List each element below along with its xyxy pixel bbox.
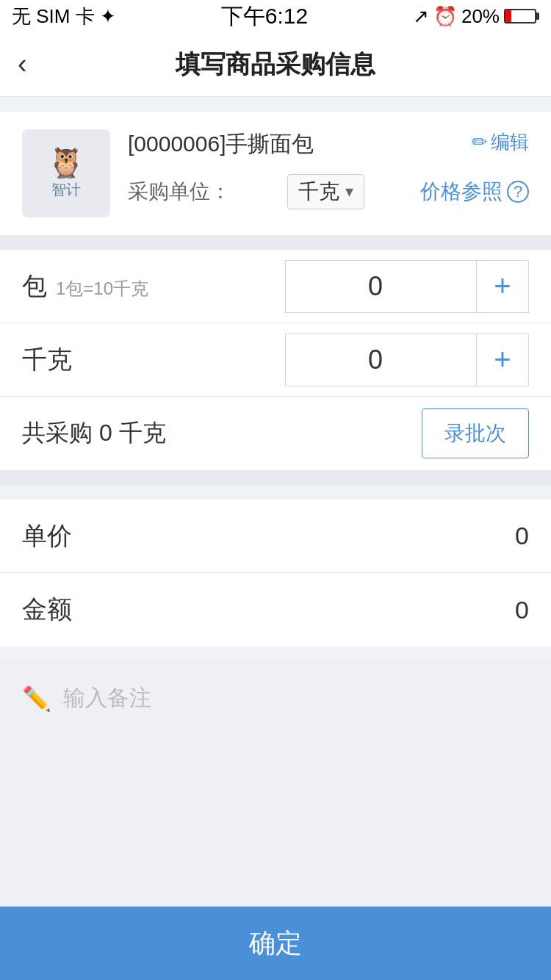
status-bar: 无 SIM 卡 ✦ 下午6:12 ↗ ⏰ 20% [0,0,551,32]
amount-label: 金额 [22,593,72,627]
bag-quantity-input[interactable] [285,260,476,313]
product-header: [0000006]手撕面包 ✏ 编辑 [128,129,529,159]
battery-icon [504,9,539,24]
product-logo-icon: 🦉 [48,148,84,177]
bag-input-controls: + [285,260,529,313]
total-text: 共采购 0 千克 [22,417,166,450]
unit-select[interactable]: 千克 ▾ [287,174,364,209]
status-right: ↗ ⏰ 20% [413,5,539,28]
product-card: 🦉 智计 [0000006]手撕面包 ✏ 编辑 采购单位： 千克 ▾ 价格参照 … [0,112,551,235]
input-section: 包 1包=10千克 + 千克 + 共采购 0 千克 录批次 [0,250,551,470]
location-icon: ↗ [413,5,429,28]
status-time: 下午6:12 [221,1,308,32]
amount-value: 0 [515,596,529,624]
bag-label-group: 包 1包=10千克 [22,270,148,303]
remark-section[interactable]: ✏️ 输入备注 [0,661,551,735]
chevron-down-icon: ▾ [345,182,353,201]
product-image: 🦉 智计 [22,129,110,217]
section-divider-1 [0,235,551,250]
pencil-icon: ✏️ [22,685,51,713]
bag-label: 包 [22,270,47,303]
amount-row: 金额 0 [0,573,551,646]
status-left: 无 SIM 卡 ✦ [12,4,116,29]
bag-input-row: 包 1包=10千克 + [0,250,551,323]
unit-row: 采购单位： 千克 ▾ 价格参照 ? [128,174,529,209]
kg-input-controls: + [285,334,529,386]
bag-plus-button[interactable]: + [476,260,529,313]
product-name: [0000006]手撕面包 [128,129,314,159]
nav-bar: ‹ 填写商品采购信息 [0,32,551,97]
product-image-text: 智计 [51,180,81,200]
kg-input-row: 千克 + [0,323,551,397]
unit-price-label: 单价 [22,519,72,553]
back-button[interactable]: ‹ [18,48,27,80]
unit-label: 采购单位： [128,178,231,206]
battery-percent: 20% [461,5,500,28]
section-divider-2 [0,470,551,485]
price-section: 单价 0 金额 0 [0,500,551,646]
kg-quantity-input[interactable] [285,334,476,386]
kg-label-group: 千克 [22,343,72,377]
page-title: 填写商品采购信息 [176,48,375,82]
unit-price-row: 单价 0 [0,500,551,573]
remark-placeholder: 输入备注 [63,683,151,713]
alarm-icon: ⏰ [433,5,457,28]
bag-sub-label: 1包=10千克 [56,277,148,300]
unit-value: 千克 [298,178,339,206]
price-ref-button[interactable]: 价格参照 ? [420,178,529,206]
unit-price-value: 0 [515,522,529,550]
edit-button[interactable]: ✏ 编辑 [472,129,529,155]
sim-label: 无 SIM 卡 ✦ [12,4,116,29]
edit-icon: ✏ [472,131,488,154]
batch-button[interactable]: 录批次 [422,408,529,458]
total-row: 共采购 0 千克 录批次 [0,397,551,470]
confirm-button[interactable]: 确定 [0,907,551,980]
info-icon: ? [507,181,529,203]
kg-plus-button[interactable]: + [476,334,529,386]
kg-label: 千克 [22,343,72,377]
product-info: [0000006]手撕面包 ✏ 编辑 采购单位： 千克 ▾ 价格参照 ? [128,129,529,209]
content-area [0,735,551,926]
